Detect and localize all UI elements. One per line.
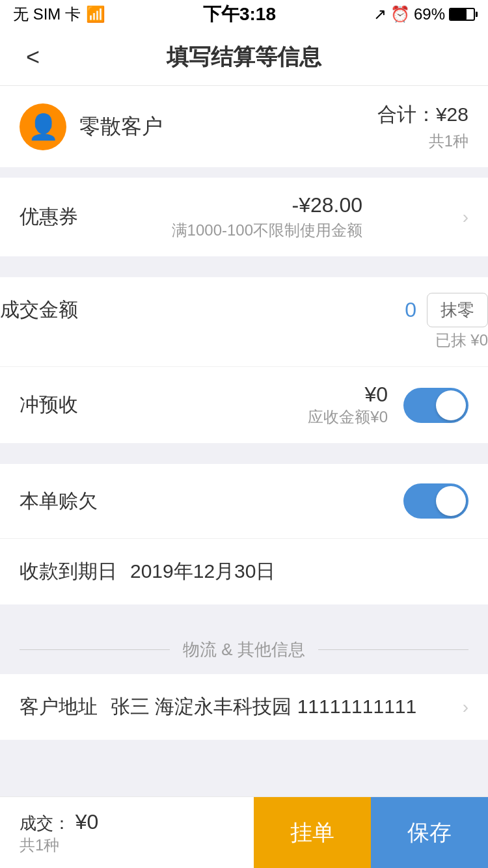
chevron-icon: › xyxy=(463,207,468,228)
hold-button[interactable]: 挂单 xyxy=(254,797,371,869)
logistics-divider: 物流 & 其他信息 xyxy=(20,638,468,661)
bottom-trade-label: 成交： xyxy=(20,813,70,833)
due-date-value: 2019年12月30日 xyxy=(130,558,275,585)
address-row[interactable]: 客户地址 张三 海淀永丰科技园 11111111111 › xyxy=(0,674,488,740)
debt-toggle[interactable] xyxy=(403,483,468,519)
section-gap-3 xyxy=(0,615,488,625)
amount-value: 0 抹零 xyxy=(405,293,488,327)
back-button[interactable]: < xyxy=(20,37,46,77)
customer-left: 👤 零散客户 xyxy=(20,103,163,150)
round-button[interactable]: 抹零 xyxy=(427,293,488,327)
logistics-label: 物流 & 其他信息 xyxy=(183,638,305,661)
amount-section: 成交金额 0 抹零 已抹 ¥0 冲预收 ¥0 应收金额¥0 xyxy=(0,277,488,443)
prepay-row: 冲预收 ¥0 应收金额¥0 xyxy=(0,367,488,443)
content: 👤 零散客户 合计：¥28 共1种 优惠券 -¥28.00 满1000-100不… xyxy=(0,86,488,818)
due-date-label: 收款到期日 xyxy=(20,558,117,585)
coupon-section[interactable]: 优惠券 -¥28.00 满1000-100不限制使用金额 › xyxy=(0,178,488,256)
alarm-icon: ⏰ xyxy=(390,5,410,23)
customer-total: 合计：¥28 共1种 xyxy=(377,102,468,152)
address-section: 客户地址 张三 海淀永丰科技园 11111111111 › xyxy=(0,674,488,740)
wifi-icon: 📶 xyxy=(86,5,105,23)
status-right: ↗ ⏰ 69% xyxy=(373,5,475,23)
debt-label: 本单赊欠 xyxy=(20,488,98,515)
location-icon: ↗ xyxy=(373,5,386,23)
bottom-info: 成交： ¥0 共1种 xyxy=(0,810,254,856)
customer-name: 零散客户 xyxy=(79,113,163,141)
nav-title: 填写结算等信息 xyxy=(167,42,321,72)
prepay-sub: 应收金额¥0 xyxy=(308,407,388,427)
amount-row: 成交金额 0 抹零 已抹 ¥0 xyxy=(0,277,488,367)
coupon-desc: 满1000-100不限制使用金额 xyxy=(172,220,362,241)
total-price: 合计：¥28 xyxy=(377,102,468,128)
prepay-right: ¥0 应收金额¥0 xyxy=(308,383,468,427)
prepay-val: ¥0 xyxy=(308,383,388,407)
amount-right: 0 抹零 已抹 ¥0 xyxy=(405,293,488,351)
status-time: 下午3:18 xyxy=(203,2,276,27)
bottom-bar: 成交： ¥0 共1种 挂单 保存 xyxy=(0,796,488,868)
logistics-section: 物流 & 其他信息 xyxy=(0,625,488,674)
prepay-toggle[interactable] xyxy=(403,388,468,423)
debt-toggle-circle xyxy=(436,486,466,516)
coupon-discount: -¥28.00 xyxy=(172,193,362,217)
toggle-circle xyxy=(436,390,466,420)
avatar-icon: 👤 xyxy=(28,113,59,141)
debt-row: 本单赊欠 xyxy=(0,464,488,539)
bottom-trade-value: ¥0 xyxy=(75,810,99,834)
bottom-count: 共1种 xyxy=(20,835,234,856)
address-value: 张三 海淀永丰科技园 11111111111 xyxy=(111,694,456,720)
divider-line-left xyxy=(20,649,170,650)
battery-icon xyxy=(449,8,475,21)
customer-row: 👤 零散客户 合计：¥28 共1种 xyxy=(0,86,488,167)
save-button[interactable]: 保存 xyxy=(371,797,488,869)
nav-bar: < 填写结算等信息 xyxy=(0,29,488,86)
amount-sub: 已抹 ¥0 xyxy=(405,330,488,351)
section-gap-2 xyxy=(0,454,488,464)
status-left: 无 SIM 卡 📶 xyxy=(13,4,105,25)
coupon-right: -¥28.00 满1000-100不限制使用金额 xyxy=(172,193,362,241)
prepay-label: 冲预收 xyxy=(20,392,78,418)
bottom-trade-row: 成交： ¥0 xyxy=(20,810,234,835)
coupon-label: 优惠券 xyxy=(20,204,78,230)
address-label: 客户地址 xyxy=(20,694,98,720)
prepay-amounts: ¥0 应收金额¥0 xyxy=(308,383,388,427)
battery-percent: 69% xyxy=(414,5,445,23)
total-count: 共1种 xyxy=(377,131,468,152)
amount-label: 成交金额 xyxy=(0,293,78,323)
divider-line-right xyxy=(318,649,468,650)
due-date-row: 收款到期日 2019年12月30日 xyxy=(0,539,488,604)
amount-number[interactable]: 0 xyxy=(405,298,416,322)
debt-section: 本单赊欠 收款到期日 2019年12月30日 xyxy=(0,464,488,604)
sim-status: 无 SIM 卡 xyxy=(13,4,81,25)
address-chevron-icon: › xyxy=(463,697,468,718)
avatar: 👤 xyxy=(20,103,66,150)
section-gap-1 xyxy=(0,267,488,277)
status-bar: 无 SIM 卡 📶 下午3:18 ↗ ⏰ 69% xyxy=(0,0,488,29)
